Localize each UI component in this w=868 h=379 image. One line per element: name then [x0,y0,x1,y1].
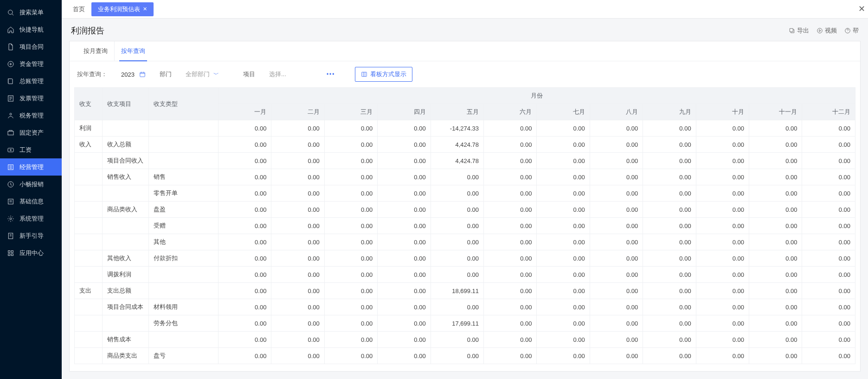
cell-value: 18,699.11 [431,283,483,299]
svg-rect-15 [11,254,13,255]
cell-value: 0.00 [484,169,537,185]
content-card: 按月查询 按年查询 按年查询： 2023 部门 全部部门 ﹀ 项目 [69,41,861,372]
cell-value: 0.00 [696,315,749,332]
sidebar-item-11[interactable]: 基础信息 [0,193,62,210]
sidebar-item-label: 基础信息 [19,197,44,206]
video-label: 视频 [825,26,837,35]
tax-icon [6,111,15,120]
sidebar-item-2[interactable]: 项目合同 [0,38,62,55]
apps-icon [6,249,15,257]
svg-point-6 [10,149,12,150]
tab-active[interactable]: 业务利润预估表 ✕ [91,2,154,16]
sidebar-item-0[interactable]: 搜索菜单 [0,4,62,21]
video-action[interactable]: 视频 [817,26,837,35]
cell-value: 0.00 [590,315,643,332]
project-select[interactable]: 选择... [265,67,316,81]
cell-value: 0.00 [590,267,643,283]
cell-value: 0.00 [324,153,377,169]
cell-value: 0.00 [219,283,271,299]
th-month-8: 八月 [590,104,643,120]
cell-label-1 [103,120,149,137]
cell-value: 0.00 [271,137,324,153]
close-icon[interactable]: ✕ [143,6,147,12]
sidebar-item-5[interactable]: 发票管理 [0,90,62,107]
sidebar-item-10[interactable]: 小畅报销 [0,176,62,193]
cell-value: 0.00 [537,234,590,250]
cell-value: 0.00 [378,299,431,315]
cell-value: 0.00 [643,234,696,250]
subtab-month[interactable]: 按月查询 [77,41,114,61]
subtab-year[interactable]: 按年查询 [114,41,152,61]
cell-label-0 [75,185,103,202]
export-action[interactable]: 导出 [789,26,809,35]
cell-label-2: 付款折扣 [149,250,219,267]
cell-value: 0.00 [537,153,590,169]
reimburse-icon [6,180,15,189]
cell-value: 0.00 [802,137,855,153]
sidebar-item-12[interactable]: 系统管理 [0,210,62,227]
cell-value: 0.00 [324,169,377,185]
sidebar-item-label: 发票管理 [19,94,44,103]
help-action[interactable]: 帮 [844,26,859,35]
dept-select[interactable]: 全部部门 ﹀ [182,67,233,81]
project-placeholder: 选择... [269,70,286,78]
sidebar-item-8[interactable]: 工资 [0,141,62,158]
cell-value: 0.00 [537,169,590,185]
svg-rect-9 [8,199,13,204]
cell-value: 0.00 [802,332,855,348]
cell-value: 0.00 [749,234,802,250]
kanban-button[interactable]: 看板方式显示 [355,67,412,82]
sidebar-item-14[interactable]: 应用中心 [0,244,62,261]
project-more-icon[interactable]: ••• [327,71,335,78]
cell-value: 0.00 [643,315,696,332]
cell-value: 0.00 [537,299,590,315]
sidebar-item-7[interactable]: 固定资产 [0,124,62,141]
table-row: 销售成本0.000.000.000.000.000.000.000.000.00… [75,332,855,348]
th-month-7: 七月 [537,104,590,120]
cell-value: 0.00 [324,267,377,283]
sidebar: 搜索菜单快捷导航项目合同资金管理总账管理发票管理税务管理固定资产工资经营管理小畅… [0,0,62,379]
cell-value: 0.00 [484,202,537,218]
sidebar-item-9[interactable]: 经营管理 [0,158,62,176]
cell-value: 0.00 [324,218,377,234]
year-picker[interactable]: 2023 [117,69,149,80]
cell-value: 0.00 [378,250,431,267]
table-row: 其他收入付款折扣0.000.000.000.000.000.000.000.00… [75,250,855,267]
cell-value: 0.00 [802,120,855,137]
cell-value: 0.00 [537,348,590,364]
cell-value: 0.00 [590,299,643,315]
kanban-icon [361,71,367,78]
cell-label-2 [149,332,219,348]
th-month-2: 二月 [271,104,324,120]
sidebar-item-3[interactable]: 资金管理 [0,55,62,72]
tabs-close-all-icon[interactable]: ✕ [858,4,865,14]
cell-value: 0.00 [802,348,855,364]
cell-label-1 [103,234,149,250]
cell-value: 0.00 [590,202,643,218]
cell-value: 0.00 [696,202,749,218]
cell-value: 0.00 [271,315,324,332]
cell-value: 0.00 [271,283,324,299]
sidebar-item-label: 税务管理 [19,111,44,120]
table-scroll[interactable]: 收支 收支项目 收支类型 月份 一月二月三月四月五月六月七月八月九月十月十一月十… [74,87,855,366]
cell-value: 0.00 [271,202,324,218]
cell-value: 0.00 [537,218,590,234]
cell-label-0: 收入 [75,137,103,153]
cell-value: 0.00 [749,250,802,267]
cell-value: 0.00 [271,234,324,250]
svg-rect-18 [140,72,145,77]
tab-home[interactable]: 首页 [66,2,91,16]
cell-value: 0.00 [749,348,802,364]
guide-icon [6,232,15,240]
cell-label-2 [149,283,219,299]
cell-value: 0.00 [271,218,324,234]
sidebar-item-1[interactable]: 快捷导航 [0,21,62,38]
table-row: 劳务分包0.000.000.000.0017,699.110.000.000.0… [75,315,855,332]
sidebar-item-13[interactable]: 新手引导 [0,227,62,244]
sidebar-item-6[interactable]: 税务管理 [0,107,62,124]
dept-label: 部门 [160,70,172,78]
cell-value: 0.00 [590,169,643,185]
cell-value: 0.00 [537,202,590,218]
cell-value: 0.00 [590,137,643,153]
sidebar-item-4[interactable]: 总账管理 [0,72,62,90]
